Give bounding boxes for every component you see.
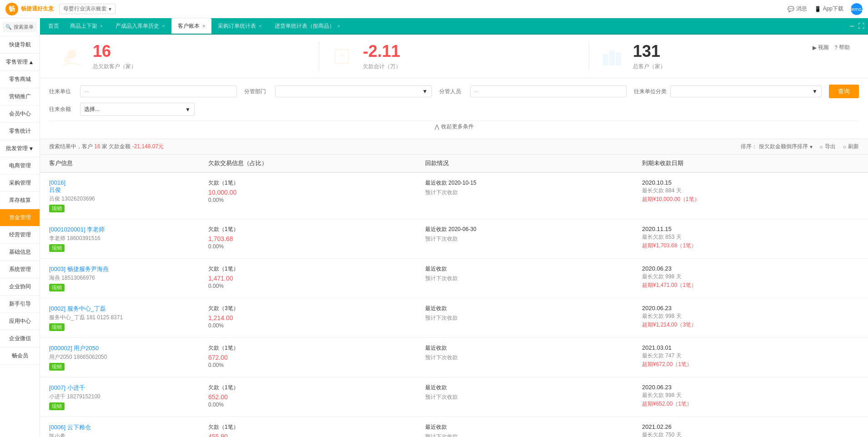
filter-input-manager[interactable]: ··· <box>470 85 627 97</box>
search-menu-btn[interactable]: 🔍 搜索菜单 <box>3 22 37 32</box>
debt-count: 欠款（1笔） <box>208 344 425 352</box>
customer-code[interactable]: [0006] <box>49 424 65 431</box>
tab-product-offshelf[interactable]: 商品上下架 × <box>64 18 109 34</box>
last-payment: 最近收款 2020-10-15 <box>425 179 642 187</box>
overdue-max-days: 最长欠款 750 天 <box>642 431 859 437</box>
recovery-info: 最近收款 预计下次收款 <box>425 384 642 401</box>
sidebar-item-app-center[interactable]: 应用中心 <box>0 313 40 330</box>
overdue-date: 2020.11.15 <box>642 226 859 232</box>
sidebar-item-quick-nav[interactable]: 快捷导航 <box>0 36 40 54</box>
tab-home[interactable]: 首页 <box>44 18 64 34</box>
customer-name[interactable]: 吕俊 <box>49 186 61 193</box>
sort-selector[interactable]: 排序： 按欠款金额倒序排序 ▾ <box>741 143 813 151</box>
debt-count: 欠款（1笔） <box>208 423 425 431</box>
tab-actions: ─ ⛶ <box>850 22 864 30</box>
sidebar-item-inventory[interactable]: 库存核算 <box>0 192 40 209</box>
debt-percent: 0.00% <box>208 283 425 289</box>
store-selector[interactable]: 母婴行业演示账套 ▾ <box>59 4 115 14</box>
input-dots-2: ··· <box>474 88 479 95</box>
sidebar-item-guide[interactable]: 新手引导 <box>0 296 40 313</box>
sidebar-item-operations[interactable]: 经营管理 <box>0 226 40 244</box>
query-button[interactable]: 查询 <box>829 85 859 98</box>
customer-name[interactable]: 服务中心_丁磊 <box>67 305 106 312</box>
customer-code[interactable]: [0002] <box>49 305 65 312</box>
sidebar-item-enterprise[interactable]: 企业协同 <box>0 278 40 296</box>
help-btn[interactable]: ? 帮助 <box>834 44 850 51</box>
sidebar-item-retail-stat[interactable]: 零售统计 <box>0 123 40 140</box>
overdue-amount-link[interactable]: 超期¥1,471.00（1笔） <box>642 281 859 289</box>
customer-info: [0002] 服务中心_丁磊 服务中心_丁磊 181 0125 8371 现销 <box>49 305 208 331</box>
sidebar-item-ecommerce[interactable]: 电商管理 <box>0 157 40 175</box>
customer-code[interactable]: [000002] <box>49 345 72 352</box>
filter-select-balance[interactable]: 选择... ▼ <box>80 103 195 116</box>
tab-customer-account[interactable]: 客户账本 × <box>171 18 211 34</box>
debt-amount: 1,703.68 <box>208 235 425 242</box>
sidebar-item-retail-mgmt[interactable]: 零售管理 ▲ <box>0 54 40 71</box>
collapse-up-icon: ⋀ <box>435 124 439 130</box>
sidebar-item-wechat[interactable]: 企业微信 <box>0 330 40 347</box>
message-btn[interactable]: 💬 消息 <box>788 5 807 13</box>
sidebar-item-finance[interactable]: 资金管理 <box>0 209 40 226</box>
svg-rect-5 <box>616 52 621 65</box>
avatar[interactable]: demo2 <box>851 3 863 15</box>
overdue-amount-link[interactable]: 超期¥652.00（1笔） <box>642 400 859 408</box>
customer-name[interactable]: 用户2050 <box>74 345 99 352</box>
export-icon: ○ <box>820 144 823 150</box>
tab-close-icon[interactable]: × <box>162 23 165 29</box>
sidebar-item-retail-mall[interactable]: 零售商城 <box>0 71 40 88</box>
customer-name[interactable]: 李老师 <box>87 226 105 233</box>
overdue-info: 2020.10.15 最长欠款 884 天 超期¥10,000.00（1笔） <box>642 179 859 203</box>
video-icon: ▶ <box>813 45 817 51</box>
overdue-amount-link[interactable]: 超期¥1,703.68（1笔） <box>642 242 859 250</box>
customer-name[interactable]: 云下粮仓 <box>67 424 91 431</box>
overdue-date: 2021.03.01 <box>642 344 859 351</box>
sidebar-item-batch-mgmt[interactable]: 批发管理 ▼ <box>0 140 40 157</box>
filter-select-dept[interactable]: ▼ <box>275 85 432 97</box>
tab-purchase-order[interactable]: 采购订单统计表 × <box>211 18 268 34</box>
customer-name-link[interactable]: [0016] <box>49 179 208 186</box>
amount-value: -21,148.07元 <box>132 143 164 150</box>
svg-rect-2 <box>335 50 349 63</box>
video-btn[interactable]: ▶ 视频 <box>813 44 829 51</box>
sidebar-item-basic-info[interactable]: 基础信息 <box>0 244 40 261</box>
filter-select-unit-category[interactable]: ▼ <box>670 85 822 97</box>
sidebar-item-member-vip[interactable]: 畅会员 <box>0 347 40 365</box>
sidebar-item-system[interactable]: 系统管理 <box>0 261 40 278</box>
last-payment: 最近收款 <box>425 265 642 273</box>
sidebar-item-marketing[interactable]: 营销推广 <box>0 88 40 105</box>
sidebar-item-purchase[interactable]: 采购管理 <box>0 175 40 192</box>
tab-close-icon[interactable]: × <box>337 23 340 29</box>
customer-name[interactable]: 畅捷服务尹海燕 <box>67 266 109 272</box>
overdue-info: 2020.11.15 最长欠款 853 天 超期¥1,703.68（1笔） <box>642 226 859 250</box>
maximize-icon[interactable]: ⛶ <box>858 22 864 30</box>
dropdown-arrow-icon: ▼ <box>422 88 428 95</box>
filter-input-from-unit[interactable]: ··· <box>80 85 237 97</box>
debt-percent: 0.00% <box>208 197 425 203</box>
overdue-amount-link[interactable]: 超期¥10,000.00（1笔） <box>642 196 859 203</box>
debt-percent: 0.00% <box>208 243 425 250</box>
table-header: 客户信息 欠款交易信息（占比） 回款情况 到期未收款日期 <box>40 155 868 173</box>
app-download-btn[interactable]: 📱 App下载 <box>814 5 843 13</box>
tab-close-icon[interactable]: × <box>202 23 205 29</box>
customer-name[interactable]: 小进千 <box>67 384 85 391</box>
overdue-max-days: 最长欠款 998 天 <box>642 312 859 320</box>
sidebar: 🔍 搜索菜单 快捷导航 零售管理 ▲ 零售商城 营销推广 会员中心 零售统计 <box>0 18 40 437</box>
customer-tag: 现销 <box>49 323 65 331</box>
refresh-btn[interactable]: ○ 刷新 <box>843 143 859 151</box>
tab-close-icon[interactable]: × <box>259 23 261 29</box>
minimize-icon[interactable]: ─ <box>850 22 854 30</box>
overdue-amount-link[interactable]: 超期¥1,214.00（3笔） <box>642 321 859 329</box>
sidebar-item-member[interactable]: 会员中心 <box>0 105 40 123</box>
customer-code[interactable]: [0001020001] <box>49 226 85 233</box>
tab-close-icon[interactable]: × <box>100 23 103 29</box>
tab-product-history[interactable]: 产成品入库单历史 × <box>109 18 171 34</box>
customer-code[interactable]: [0003] <box>49 266 65 272</box>
overdue-amount-link[interactable]: 超期¥672.00（1笔） <box>642 361 859 368</box>
debt-amount-icon <box>328 43 356 70</box>
filter-balance: 往来余额 选择... ▼ <box>49 103 195 116</box>
export-btn[interactable]: ○ 导出 <box>820 143 836 151</box>
overdue-max-days: 最长欠款 884 天 <box>642 187 859 195</box>
customer-code[interactable]: [0007] <box>49 384 65 391</box>
tab-purchase-stat[interactable]: 进货单统计表（按商品） × <box>268 18 346 34</box>
collapse-btn[interactable]: ⋀ 收起更多条件 <box>49 121 859 132</box>
